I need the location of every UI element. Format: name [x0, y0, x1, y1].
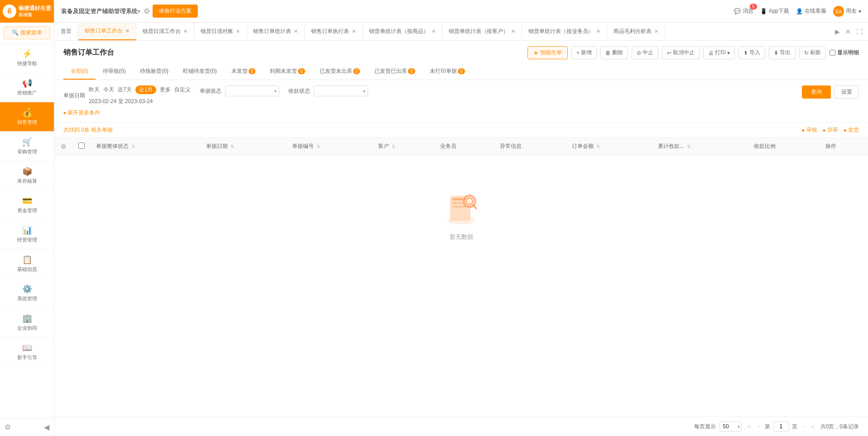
ship-action[interactable]: ● 发货 [844, 126, 859, 134]
sidebar-item-finance[interactable]: 💳 资金管理 [0, 190, 54, 220]
tab-scroll-right-icon[interactable]: ▶ [833, 27, 842, 36]
subtab-shipped-warehoused[interactable]: 已发货已出库0 [367, 64, 422, 80]
date-range-display: 2023-02-24 至 2023-03-24 [89, 98, 191, 105]
last-page-button[interactable]: » [809, 422, 817, 431]
sort-status-icon[interactable]: ⇅ [131, 144, 135, 149]
add-button[interactable]: + 新增 [571, 46, 597, 59]
subtab-pending-inspect[interactable]: 待拣验货(0) [133, 64, 176, 80]
delete-button[interactable]: 🗑 删除 [600, 46, 628, 59]
sidebar-item-system[interactable]: ⚙️ 系统管理 [0, 279, 54, 308]
tab-close-sales-stat[interactable]: ✕ [294, 28, 298, 34]
sidebar-item-inventory[interactable]: 📦 库存核算 [0, 161, 54, 190]
tab-close-all-icon[interactable]: ✕ [844, 27, 853, 36]
import-button[interactable]: ⬆ 导入 [739, 46, 765, 59]
show-detail-checkbox-wrap[interactable]: 显示明细 [830, 49, 859, 57]
tab-sales-summary-staff[interactable]: 销货单统计表（按业务员） ✕ [522, 23, 607, 40]
expand-filter-button[interactable]: ▾ 展开更多条件 [63, 109, 859, 117]
cancel-review-action[interactable]: ● 弃审 [823, 126, 838, 134]
sidebar-item-sales[interactable]: 💰 销售管理 [0, 102, 54, 132]
tab-cash-daily[interactable]: 钱货日清工作台 ✕ [136, 23, 194, 40]
sort-amount-icon[interactable]: ⇅ [596, 144, 600, 149]
sidebar-item-marketing[interactable]: 📢 营销推广 [0, 73, 54, 102]
tab-sales-stat[interactable]: 销售订单统计表 ✕ [247, 23, 305, 40]
review-action[interactable]: ● 审核 [801, 126, 817, 134]
system-dropdown-icon[interactable]: ▾ [138, 8, 140, 14]
subtab-shipped-not-warehoused[interactable]: 已发货未出库0 [312, 64, 368, 80]
expand-icon: ▾ [63, 110, 66, 116]
cancel-stop-button[interactable]: ↩ 取消中止 [662, 46, 700, 59]
print-button[interactable]: 🖨 打印 ▾ [703, 46, 735, 59]
smart-generate-button[interactable]: ★ 智能生单 [528, 46, 568, 59]
date-opt-7days[interactable]: 近7天 [118, 86, 132, 94]
tab-close-cash-daily[interactable]: ✕ [183, 28, 187, 34]
tab-close-sales-exec[interactable]: ✕ [352, 28, 356, 34]
filter-payment-item: 收款状态 [288, 85, 368, 96]
prev-page-button[interactable]: ‹ [756, 422, 762, 431]
th-ratio: 收款比例 [748, 138, 820, 155]
page-number-input[interactable] [773, 422, 789, 431]
page: 销售订单工作台 ★ 智能生单 + 新增 🗑 删除 ⊘ 中止 [54, 41, 868, 436]
message-action[interactable]: 💬 消息 6 [734, 7, 753, 15]
date-opt-1month[interactable]: 近1月 [135, 85, 157, 94]
subtab-all[interactable]: 全部(0) [63, 64, 96, 80]
subtab-wangpu-pending[interactable]: 旺铺待发货(0) [176, 64, 224, 80]
tab-close-sales-workbench[interactable]: ✕ [125, 28, 129, 34]
tab-close-sales-summary-product[interactable]: ✕ [432, 28, 436, 34]
sidebar-item-purchase[interactable]: 🛒 采购管理 [0, 132, 54, 161]
sort-customer-icon[interactable]: ⇅ [392, 144, 395, 149]
stop-button[interactable]: ⊘ 中止 [632, 46, 658, 59]
subtab-not-printed[interactable]: 未打印单据0 [422, 64, 472, 80]
empty-text: 暂无数据 [450, 233, 473, 241]
column-config-icon[interactable]: ⚙ [61, 143, 67, 150]
sidebar-item-enterprise[interactable]: 🏢 企业协同 [0, 308, 54, 337]
refresh-button[interactable]: ↻ 刷新 [799, 46, 826, 59]
select-all-checkbox[interactable] [78, 142, 85, 149]
sidebar-item-operations[interactable]: 📊 经营管理 [0, 220, 54, 249]
sidebar-item-quick-nav[interactable]: ⚡ 快捷导航 [0, 43, 54, 73]
tab-cash-reconcile[interactable]: 钱货日清对账 ✕ [194, 23, 247, 40]
date-opt-yesterday[interactable]: 昨天 [89, 86, 100, 94]
settings-icon[interactable]: ⚙ [5, 423, 11, 431]
payment-select[interactable] [314, 85, 368, 96]
search-menu-button[interactable]: 🔍 搜索菜单 [4, 26, 50, 39]
tab-goods-margin[interactable]: 商品毛利分析表 ✕ [607, 23, 665, 40]
tab-sales-summary-customer[interactable]: 销货单统计表（按客户） ✕ [442, 23, 522, 40]
show-detail-checkbox[interactable] [830, 50, 835, 56]
first-page-button[interactable]: « [745, 422, 753, 431]
tab-sales-exec[interactable]: 销售订单执行表 ✕ [305, 23, 363, 40]
tab-home[interactable]: 首页 [54, 23, 78, 40]
date-opt-more[interactable]: 更多 [160, 86, 171, 94]
set-button[interactable]: 设置 [834, 85, 859, 99]
status-select[interactable] [225, 85, 279, 96]
tab-sales-summary-product[interactable]: 销货单统计表（按商品） ✕ [363, 23, 442, 40]
sort-date-icon[interactable]: ⇅ [230, 144, 234, 149]
date-opt-today[interactable]: 今天 [103, 86, 114, 94]
app-download-action[interactable]: 📱 App下载 [760, 7, 789, 15]
user-menu[interactable]: Ea 用友 ▾ [833, 6, 861, 17]
collapse-icon[interactable]: ◀ [44, 423, 49, 431]
sidebar-item-guide[interactable]: 📖 新手引导 [0, 337, 54, 367]
tab-close-cash-reconcile[interactable]: ✕ [236, 28, 240, 34]
page-size-select[interactable]: 50 10 20 100 [719, 422, 742, 431]
next-page-button[interactable]: › [800, 422, 806, 431]
online-service-label: 在线客服 [805, 7, 826, 15]
subtab-not-shipped[interactable]: 未发货0 [224, 64, 263, 80]
export-button[interactable]: ⬇ 导出 [769, 46, 796, 59]
date-opt-custom[interactable]: 自定义 [174, 86, 191, 94]
settings-gear-icon[interactable]: ⚙ [144, 7, 150, 15]
online-service-action[interactable]: 👤 在线客服 [796, 7, 826, 15]
filter-row: 单据日期 昨天 今天 近7天 近1月 更多 自定义 2023-02-24 至 2… [63, 85, 859, 105]
tab-close-sales-summary-customer[interactable]: ✕ [511, 28, 515, 34]
subtab-pending-review[interactable]: 待审核(0) [96, 64, 133, 80]
subtab-expired-not-shipped[interactable]: 到期未发货0 [263, 64, 312, 80]
query-button[interactable]: 查询 [802, 85, 831, 99]
sort-collected-icon[interactable]: ⇅ [687, 144, 691, 149]
sort-number-icon[interactable]: ⇅ [317, 144, 320, 149]
tab-close-sales-summary-staff[interactable]: ✕ [596, 28, 600, 34]
subtabs: 全部(0) 待审核(0) 待拣验货(0) 旺铺待发货(0) 未发货0 到期未发货… [54, 59, 868, 80]
tab-maximize-icon[interactable]: ⛶ [854, 27, 864, 36]
sidebar-item-basic-info[interactable]: 📋 基础信息 [0, 249, 54, 279]
tab-close-goods-margin[interactable]: ✕ [654, 28, 658, 34]
industry-btn[interactable]: 体验行业方案 [153, 5, 198, 18]
tab-sales-workbench[interactable]: 销售订单工作台 ✕ [78, 23, 136, 40]
